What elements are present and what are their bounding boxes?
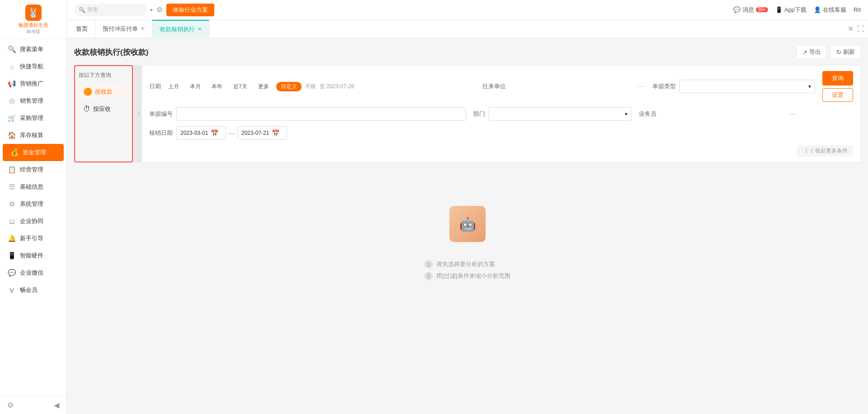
service-icon: 👤 bbox=[814, 6, 821, 13]
hardware-icon: 📱 bbox=[7, 252, 16, 260]
search-box[interactable]: 🔍 搜索 bbox=[74, 4, 146, 16]
tab-prepay-offset[interactable]: 预付冲应付单 ✕ bbox=[95, 20, 152, 38]
page-title: 收款核销执行(按收款) bbox=[74, 47, 148, 57]
basic-icon: ☰ bbox=[7, 183, 16, 191]
topbar-gear-icon[interactable]: ⚙ bbox=[156, 5, 163, 14]
date-options-group: 上月 本月 本年 近7天 更多 自定义 不限 至 2023-07-26 bbox=[165, 82, 354, 91]
doc-type-select[interactable]: ▾ bbox=[679, 80, 815, 93]
filter-row-1: 日期 上月 本月 本年 近7天 更多 自定义 不限 至 2023-07-26 bbox=[149, 71, 853, 102]
docno-input[interactable] bbox=[176, 107, 466, 121]
hardware-label: 智能硬件 bbox=[20, 252, 43, 260]
collapse-more-button[interactable]: 《《 收起更多条件 bbox=[797, 145, 853, 157]
expand-icon[interactable]: ⛶ bbox=[857, 25, 864, 33]
sidebar-item-finance[interactable]: 💰 资金管理 bbox=[3, 144, 64, 161]
tip2-num: 2 bbox=[425, 272, 433, 280]
filter-date-item: 日期 上月 本月 本年 近7天 更多 自定义 不限 至 2023-07-26 bbox=[149, 82, 475, 91]
search-menu-icon: 🔍 bbox=[7, 45, 16, 53]
purchase-label: 采购管理 bbox=[20, 114, 43, 122]
filter-docno-item: 单据编号 bbox=[149, 107, 466, 121]
filter-collapse-button[interactable]: 《 bbox=[133, 65, 142, 162]
page-actions: ↗ 导出 ↻ 刷新 bbox=[797, 45, 861, 59]
empty-tips: 1 请先选择要分析的方案 2 用[过滤]条件来缩小分析范围 bbox=[425, 260, 510, 280]
last-month-btn[interactable]: 上月 bbox=[165, 82, 183, 91]
system-label: 系统管理 bbox=[20, 200, 43, 208]
solution-button[interactable]: 体验行业方案 bbox=[166, 4, 214, 16]
sidebar-item-sales[interactable]: ◎ 销售管理 bbox=[0, 92, 66, 109]
service-label: 在线客服 bbox=[823, 6, 846, 14]
collapse-arrow-icon: 《 bbox=[135, 110, 140, 118]
message-button[interactable]: 💬 消息 99+ bbox=[733, 6, 768, 14]
receivable-option-icon: ⏱ bbox=[83, 105, 90, 113]
last-7days-btn[interactable]: 近7天 bbox=[230, 82, 251, 91]
query-button[interactable]: 查询 bbox=[822, 71, 853, 86]
sales-label: 销售管理 bbox=[20, 97, 43, 105]
marketing-icon: 📢 bbox=[7, 80, 16, 88]
refresh-button[interactable]: ↻ 刷新 bbox=[830, 45, 861, 59]
dropdown-arrow-icon[interactable]: ▾ bbox=[150, 7, 153, 13]
sidebar-item-inventory[interactable]: 🏠 库存核算 bbox=[0, 127, 66, 144]
sidebar-item-quick-nav[interactable]: ⌂ 快捷导航 bbox=[0, 58, 66, 75]
sidebar-menu: 🔍 搜索菜单 ⌂ 快捷导航 📢 营销推广 ◎ 销售管理 🛒 采购管理 🏠 库存核… bbox=[0, 39, 66, 396]
filter-by-receipt[interactable]: 🟠 按收款 bbox=[79, 85, 128, 99]
message-icon: 💬 bbox=[733, 6, 741, 13]
main-area: 🔍 搜索 ▾ ⚙ 体验行业方案 💬 消息 99+ 📱 App下载 👤 在线客服 … bbox=[67, 0, 868, 414]
custom-date-btn[interactable]: 自定义 bbox=[276, 82, 302, 91]
filter-panel-title: 按以下方查询 bbox=[79, 71, 128, 79]
doc-type-chevron-icon: ▾ bbox=[808, 83, 811, 90]
verify-date-end[interactable]: 2023-07-21 📅 bbox=[237, 126, 287, 140]
app-icon: 📱 bbox=[775, 6, 783, 13]
tab-home-label: 首页 bbox=[76, 25, 88, 33]
sidebar-bottom: ⚙ ◀ bbox=[0, 396, 66, 414]
tabbar-actions: ✕ ⛶ bbox=[848, 24, 864, 33]
more-date-btn[interactable]: 更多 bbox=[255, 82, 273, 91]
sidebar-item-enterprise[interactable]: 🗂 企业协同 bbox=[0, 213, 66, 230]
filter-doc-type-item: 单据类型 ▾ bbox=[652, 80, 815, 93]
verify-date-start[interactable]: 2023-03-01 📅 bbox=[176, 126, 226, 140]
settings-icon[interactable]: ⚙ bbox=[7, 401, 14, 409]
sidebar-item-wechat[interactable]: 💬 企业微信 bbox=[0, 264, 66, 281]
tab-prepay-label: 预付冲应付单 bbox=[103, 25, 138, 33]
tab-receive-offset[interactable]: 收款核销执行 ✕ bbox=[152, 20, 209, 38]
logo-version: 标准版 bbox=[27, 29, 40, 35]
dept-select[interactable]: ▾ bbox=[489, 107, 632, 121]
operation-icon: 📋 bbox=[7, 166, 16, 174]
robot-face-icon: 🤖 bbox=[459, 216, 476, 232]
logo-icon: 🐰 bbox=[25, 5, 42, 21]
close-window-icon[interactable]: ✕ bbox=[848, 24, 854, 33]
filter-by-receivable[interactable]: ⏱ 按应收 bbox=[79, 102, 128, 116]
sidebar-item-marketing[interactable]: 📢 营销推广 bbox=[0, 75, 66, 92]
collapse-more-icon: 《《 bbox=[802, 147, 813, 155]
filter-options-panel: 按以下方查询 🟠 按收款 ⏱ 按应收 bbox=[74, 65, 133, 162]
sidebar-item-vip[interactable]: V 畅会员 bbox=[0, 281, 66, 299]
collapse-more-label: 收起更多条件 bbox=[815, 147, 848, 155]
empty-illustration: 🤖 bbox=[440, 206, 495, 251]
setting-button[interactable]: 设置 bbox=[822, 88, 853, 102]
tip1-num: 1 bbox=[425, 260, 433, 268]
sidebar-item-hardware[interactable]: 📱 智能硬件 bbox=[0, 247, 66, 264]
counterpart-more-icon[interactable]: ··· bbox=[637, 82, 645, 90]
tab-home[interactable]: 首页 bbox=[69, 20, 95, 38]
verify-end-value: 2023-07-21 bbox=[241, 130, 269, 136]
this-year-btn[interactable]: 本年 bbox=[208, 82, 226, 91]
sidebar-item-operation[interactable]: 📋 经营管理 bbox=[0, 161, 66, 178]
this-month-btn[interactable]: 本月 bbox=[186, 82, 204, 91]
tab-receive-close-icon[interactable]: ✕ bbox=[198, 26, 202, 32]
tab-prepay-close-icon[interactable]: ✕ bbox=[141, 26, 145, 32]
salesman-more-icon[interactable]: ··· bbox=[790, 110, 797, 118]
search-menu-label: 搜索菜单 bbox=[20, 45, 43, 53]
sidebar-item-purchase[interactable]: 🛒 采购管理 bbox=[0, 109, 66, 127]
topbar-right: 💬 消息 99+ 📱 App下载 👤 在线客服 Rit bbox=[733, 6, 861, 14]
empty-state: 🤖 1 请先选择要分析的方案 2 用[过滤]条件来缩小分析范围 bbox=[74, 170, 861, 316]
sidebar-item-basic[interactable]: ☰ 基础信息 bbox=[0, 178, 66, 195]
sidebar-item-search-menu[interactable]: 🔍 搜索菜单 bbox=[0, 41, 66, 58]
sidebar-item-system[interactable]: ⚙ 系统管理 bbox=[0, 195, 66, 213]
export-button[interactable]: ↗ 导出 bbox=[797, 45, 827, 59]
app-download-button[interactable]: 📱 App下载 bbox=[775, 6, 807, 14]
vip-icon: V bbox=[7, 286, 16, 294]
content-area: 收款核销执行(按收款) ↗ 导出 ↻ 刷新 按以下方查询 🟠 按收款 bbox=[67, 38, 868, 414]
collapse-icon[interactable]: ◀ bbox=[54, 401, 59, 409]
sidebar-item-guide[interactable]: 🔔 新手引导 bbox=[0, 230, 66, 247]
filter-row-3: 核销日期 2023-03-01 📅 — 2023-07-21 📅 bbox=[149, 126, 853, 140]
online-service-button[interactable]: 👤 在线客服 bbox=[814, 6, 846, 14]
empty-tip-2: 2 用[过滤]条件来缩小分析范围 bbox=[425, 272, 510, 280]
